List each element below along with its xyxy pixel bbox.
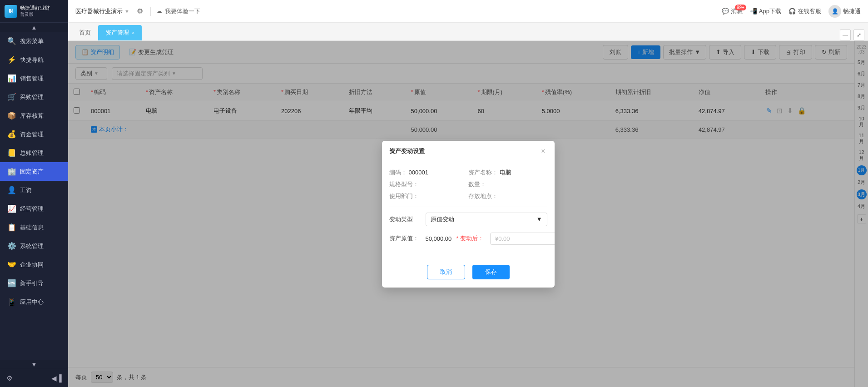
- sidebar-item-basic-info[interactable]: 📋 基础信息: [0, 218, 68, 237]
- dialog-body: 编码： 000001 资产名称： 电脑 规格型号： 数量：: [382, 161, 555, 258]
- quick-nav-icon: ⚡: [7, 55, 15, 64]
- dialog-header: 资产变动设置 ×: [382, 141, 555, 161]
- sidebar-item-ledger[interactable]: 📒 总账管理: [0, 144, 68, 162]
- dialog-location-label: 存放地点：: [468, 192, 498, 200]
- after-value-input[interactable]: [490, 233, 554, 245]
- scroll-up-arrow[interactable]: ▲: [0, 23, 68, 32]
- sidebar-item-inventory-label: 库存核算: [20, 112, 44, 120]
- online-service-button[interactable]: 🎧 在线客服: [789, 7, 821, 15]
- dialog-name-label: 资产名称：: [468, 169, 498, 177]
- company-selector[interactable]: 医疗器械行业演示 ▼: [75, 7, 129, 15]
- sidebar-item-guide[interactable]: 🆕 新手引导: [0, 274, 68, 293]
- sales-icon: 📊: [7, 74, 15, 83]
- dialog-qty-label: 数量：: [468, 180, 486, 189]
- dialog-spec-label: 规格型号：: [389, 180, 419, 189]
- tab-minimize-button[interactable]: —: [840, 30, 851, 40]
- sidebar-item-guide-label: 新手引导: [20, 279, 44, 288]
- operations-icon: 📈: [7, 204, 15, 213]
- change-type-arrow-icon: ▼: [536, 216, 542, 223]
- sidebar-item-wages[interactable]: 👤 工资: [0, 181, 68, 199]
- company-arrow-icon: ▼: [124, 9, 129, 14]
- topbar: 医疗器械行业演示 ▼ ⚙ ☁ 我要体验一下 💬 消息 99+ 📲 App下载 🎧…: [68, 0, 868, 23]
- original-value-label: 资产原值：: [389, 234, 421, 243]
- tab-expand-button[interactable]: ⤢: [853, 30, 864, 40]
- dialog-qty-item: 数量：: [468, 180, 547, 189]
- change-type-label: 变动类型: [389, 215, 421, 223]
- sidebar-item-operations-label: 经营管理: [20, 205, 44, 213]
- message-button[interactable]: 💬 消息 99+: [722, 7, 743, 15]
- sidebar-item-purchase-label: 采购管理: [20, 93, 44, 101]
- change-type-value: 原值变动: [431, 215, 454, 223]
- main-area: 医疗器械行业演示 ▼ ⚙ ☁ 我要体验一下 💬 消息 99+ 📲 App下载 🎧…: [68, 0, 868, 387]
- ledger-icon: 📒: [7, 149, 15, 157]
- sidebar-item-search[interactable]: 🔍 搜索菜单: [0, 32, 68, 50]
- basic-info-icon: 📋: [7, 223, 15, 232]
- original-value-display: 50,000.00: [426, 235, 452, 242]
- service-icon: 🎧: [789, 8, 796, 15]
- sidebar-item-fixed-assets[interactable]: 🏢 固定资产: [0, 162, 68, 181]
- original-value-row: 资产原值： 50,000.00 * 变动后：: [389, 233, 547, 245]
- logo-icon: 财: [5, 5, 17, 18]
- tab-asset-management-label: 资产管理: [105, 29, 129, 37]
- sidebar-item-ledger-label: 总账管理: [20, 149, 44, 157]
- guide-icon: 🆕: [7, 279, 15, 288]
- sidebar-item-system-label: 系统管理: [20, 242, 44, 250]
- topbar-settings-icon[interactable]: ⚙: [135, 5, 145, 17]
- dialog-info-grid: 编码： 000001 资产名称： 电脑 规格型号： 数量：: [389, 169, 547, 200]
- sidebar-item-inventory[interactable]: 📦 库存核算: [0, 106, 68, 125]
- sidebar-item-finance-label: 资金管理: [20, 130, 44, 139]
- dialog-location-item: 存放地点：: [468, 192, 547, 200]
- fixed-assets-icon: 🏢: [7, 167, 15, 176]
- dialog-title: 资产变动设置: [389, 147, 425, 155]
- sidebar-item-app-center[interactable]: 📱 应用中心: [0, 293, 68, 311]
- dialog-dept-label: 使用部门：: [389, 192, 419, 200]
- app-download-button[interactable]: 📲 App下载: [750, 7, 781, 15]
- sidebar-item-enterprise[interactable]: 🤝 企业协同: [0, 255, 68, 274]
- sidebar-item-wages-label: 工资: [20, 186, 32, 194]
- user-area[interactable]: 👤 畅捷通: [828, 5, 861, 18]
- online-service-label: 在线客服: [798, 7, 821, 15]
- topbar-right: 💬 消息 99+ 📲 App下载 🎧 在线客服 👤 畅捷通: [722, 5, 861, 18]
- sidebar-item-sales[interactable]: 📊 销售管理: [0, 69, 68, 88]
- app-center-icon: 📱: [7, 298, 15, 306]
- content-area: 📋 资产明细 📝 变更生成凭证 刘账 + 新增 批量操作: [68, 41, 868, 387]
- system-icon: ⚙️: [7, 242, 15, 250]
- scroll-down-arrow[interactable]: ▼: [0, 360, 68, 369]
- cancel-button[interactable]: 取消: [427, 265, 465, 279]
- message-icon: 💬: [722, 8, 729, 15]
- dialog-name-value: 电脑: [500, 169, 511, 177]
- dialog-close-button[interactable]: ×: [539, 147, 547, 155]
- tab-asset-management[interactable]: 资产管理 ×: [98, 25, 142, 40]
- sidebar-item-system[interactable]: ⚙️ 系统管理: [0, 237, 68, 255]
- user-avatar: 👤: [828, 5, 841, 18]
- tab-home[interactable]: 首页: [72, 25, 98, 40]
- sidebar-item-quick-nav[interactable]: ⚡ 快捷导航: [0, 50, 68, 69]
- topbar-separator: [150, 7, 151, 16]
- dialog-dept-item: 使用部门：: [389, 192, 468, 200]
- dialog-code-item: 编码： 000001: [389, 169, 468, 177]
- sidebar-item-purchase[interactable]: 🛒 采购管理: [0, 88, 68, 106]
- sidebar-scroll: 🔍 搜索菜单 ⚡ 快捷导航 📊 销售管理 🛒 采购管理 📦 库存核算 💰 资金管…: [0, 32, 68, 360]
- dialog-spec-item: 规格型号：: [389, 180, 468, 189]
- dialog-footer: 取消 保存: [382, 258, 555, 288]
- save-button[interactable]: 保存: [472, 265, 510, 279]
- logo-area: 财 畅捷通好业财 普及版: [0, 0, 68, 23]
- change-type-select[interactable]: 原值变动 ▼: [426, 213, 547, 226]
- tabs-bar: 首页 资产管理 × — ⤢: [68, 23, 868, 41]
- search-icon: 🔍: [7, 37, 15, 45]
- sidebar-item-operations[interactable]: 📈 经营管理: [0, 199, 68, 218]
- try-label: 我要体验一下: [165, 7, 200, 15]
- collapse-icon[interactable]: ◀▐: [51, 374, 62, 382]
- change-type-row: 变动类型 原值变动 ▼: [389, 213, 547, 226]
- sidebar-item-basic-info-label: 基础信息: [20, 223, 44, 232]
- sidebar-item-finance[interactable]: 💰 资金管理: [0, 125, 68, 144]
- tab-close-icon[interactable]: ×: [132, 30, 134, 35]
- sidebar-item-app-center-label: 应用中心: [20, 298, 44, 306]
- settings-gear-icon[interactable]: ⚙: [6, 374, 12, 382]
- dialog-code-value: 000001: [409, 169, 428, 176]
- try-button[interactable]: ☁ 我要体验一下: [156, 7, 200, 15]
- download-icon: 📲: [750, 8, 757, 15]
- company-name: 医疗器械行业演示: [75, 7, 123, 15]
- tab-home-label: 首页: [79, 29, 91, 37]
- sidebar-item-enterprise-label: 企业协同: [20, 261, 44, 269]
